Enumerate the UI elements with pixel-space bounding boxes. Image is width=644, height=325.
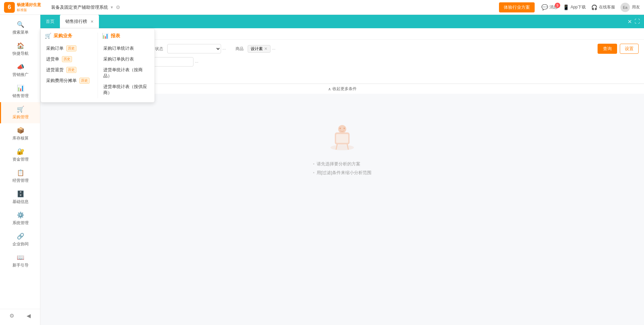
purchase-col-header: 🛒 采购业务	[45, 33, 94, 42]
history-badge-3: 历史	[79, 78, 90, 84]
history-badge-0: 历史	[66, 45, 76, 51]
report-receipt-supplier-item[interactable]: 进货单统计表（按供应商）	[102, 81, 151, 98]
report-order-stats-item[interactable]: 采购订单统计表	[102, 43, 151, 54]
purchase-dropdown-menu: 🛒 采购业务 采购订单 历史 进货单 历史 进货退货 历史 采购费用分摊单 历史	[40, 28, 155, 103]
report-receipt-goods-item[interactable]: 进货单统计表（按商品）	[102, 65, 151, 81]
dropdown-columns: 🛒 采购业务 采购订单 历史 进货单 历史 进货退货 历史 采购费用分摊单 历史	[41, 33, 154, 98]
report-col-icon: 📊	[102, 33, 109, 39]
history-badge-2: 历史	[66, 67, 76, 73]
purchase-return-item[interactable]: 进货退货 历史	[45, 65, 94, 75]
purchase-col-icon: 🛒	[45, 33, 51, 39]
report-col-header: 📊 报表	[102, 33, 151, 42]
purchase-receipt-item[interactable]: 进货单 历史	[45, 54, 94, 65]
report-col: 📊 报表 采购订单统计表 采购订单执行表 进货单统计表（按商品） 进货单统计表（…	[98, 33, 155, 98]
purchase-cost-item[interactable]: 采购费用分摊单 历史	[45, 75, 94, 86]
purchase-col: 🛒 采购业务 采购订单 历史 进货单 历史 进货退货 历史 采购费用分摊单 历史	[41, 33, 98, 98]
report-order-exec-item[interactable]: 采购订单执行表	[102, 54, 151, 65]
purchase-order-item[interactable]: 采购订单 历史	[45, 43, 94, 54]
history-badge-1: 历史	[62, 56, 72, 62]
